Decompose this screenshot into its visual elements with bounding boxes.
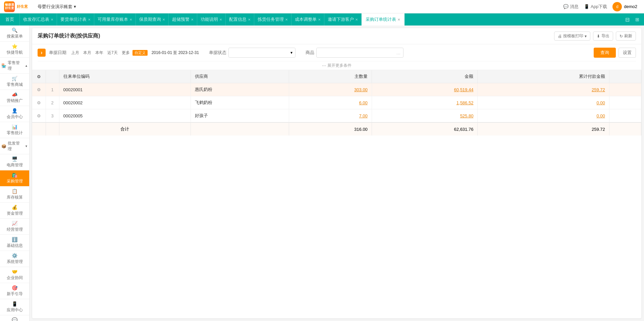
- sidebar-item-finance[interactable]: 💰 资金管理: [0, 203, 29, 219]
- col-gear-header: ⚙: [32, 70, 46, 83]
- message-btn[interactable]: 💬 消息: [563, 4, 579, 10]
- sidebar-item-quicknav[interactable]: ⭐ 快捷导航: [0, 42, 29, 58]
- table-row: ⚙ 2 00020002 飞鹤奶粉 6.00 1,586.52: [32, 96, 641, 109]
- sidebar-item-collab[interactable]: 🤝 企业协同: [0, 267, 29, 283]
- row3-amount: 525.80: [372, 109, 478, 123]
- status-select[interactable]: ▾: [228, 48, 296, 58]
- export-icon: ⬇: [597, 34, 600, 39]
- message-label: 消息: [570, 4, 579, 10]
- tab-3-close[interactable]: ✕: [129, 18, 132, 21]
- sidebar-item-inventory[interactable]: 📋 库存核算: [0, 186, 29, 203]
- tab-5-close[interactable]: ✕: [191, 18, 194, 21]
- row3-amount-link[interactable]: 525.80: [460, 113, 474, 118]
- row2-qty-link[interactable]: 6.00: [359, 100, 368, 105]
- expand-more-btn[interactable]: ⋯ 展开更多条件: [38, 61, 636, 70]
- footer-index: [46, 122, 59, 136]
- sidebar-item-guide[interactable]: 🎯 新手引导: [0, 283, 29, 299]
- btn-template-print[interactable]: 🖨 按模板打印 ▾: [554, 32, 590, 41]
- user-area[interactable]: d demo2: [612, 2, 637, 11]
- sidebar-item-basics[interactable]: ℹ️ 基础信息: [0, 235, 29, 251]
- row1-qty-link[interactable]: 303.00: [354, 87, 368, 92]
- row1-gear-icon[interactable]: ⚙: [37, 87, 41, 92]
- avatar: d: [612, 2, 622, 11]
- btn-query[interactable]: 查询: [594, 48, 616, 58]
- sidebar-item-retail-stats[interactable]: 📊 零售统计: [0, 122, 29, 138]
- btn-export[interactable]: ⬇ 导出: [593, 32, 613, 41]
- row2-paid-link[interactable]: 0.00: [596, 100, 605, 105]
- shortcut-this-year[interactable]: 本年: [94, 49, 105, 56]
- tab-6[interactable]: 功能说明 ✕: [197, 13, 226, 25]
- tab-9[interactable]: 成本调整单 ✕: [291, 13, 324, 25]
- col-code-header: 往来单位编码: [59, 70, 191, 83]
- tab-10[interactable]: 邀请下游客户 ✕: [324, 13, 362, 25]
- refresh-icon: ↻: [620, 34, 623, 39]
- footer-supplier: [191, 122, 289, 136]
- app-download-btn[interactable]: 📱 App下载: [584, 4, 607, 10]
- sidebar-item-member[interactable]: 👤 会员中心: [0, 106, 29, 122]
- sidebar-item-retail-mgmt[interactable]: 🏪 零售管理 ▲: [0, 58, 29, 74]
- template-arrow-icon: ▾: [585, 34, 587, 39]
- tab-home[interactable]: 首页: [0, 13, 20, 25]
- row2-gear: ⚙: [32, 96, 46, 109]
- tab-5[interactable]: 超储预警 ✕: [169, 13, 197, 25]
- sidebar-item-ecommerce[interactable]: 🖥️ 电商管理: [0, 154, 29, 170]
- sidebar-item-marketing[interactable]: 📣 营销推广: [0, 90, 29, 106]
- sidebar-item-wholesale[interactable]: 📦 批发管理 ▼: [0, 138, 29, 154]
- tab-2-close[interactable]: ✕: [88, 18, 91, 21]
- tab-minimize-btn[interactable]: ⊟: [623, 15, 632, 24]
- tab-10-close[interactable]: ✕: [355, 18, 358, 21]
- tab-maximize-btn[interactable]: ⊞: [633, 15, 642, 24]
- inner-page: 采购订单统计表(按供应商) 🖨 按模板打印 ▾ ⬇ 导出 ↻ 刷新: [32, 28, 641, 318]
- tab-active-close[interactable]: ✕: [397, 18, 400, 21]
- row1-qty: 303.00: [289, 83, 372, 96]
- row3-paid-link[interactable]: 0.00: [596, 113, 605, 118]
- search-icon: 🔍: [12, 28, 17, 33]
- sidebar-item-operations[interactable]: 📈 经营管理: [0, 219, 29, 235]
- shortcut-last-month[interactable]: 上月: [70, 49, 80, 56]
- sidebar-item-system[interactable]: ⚙️ 系统管理: [0, 251, 29, 267]
- member-icon: 👤: [12, 108, 17, 113]
- tab-4[interactable]: 保质期查询 ✕: [136, 13, 169, 25]
- tab-1[interactable]: 收发存汇总表 ✕: [20, 13, 57, 25]
- btn-refresh[interactable]: ↻ 刷新: [616, 32, 636, 41]
- monitor-icon: 🖥️: [12, 156, 17, 162]
- megaphone-icon: 📣: [12, 92, 17, 97]
- expand-icon: ⋯: [322, 63, 326, 68]
- shortcut-7days[interactable]: 近7天: [106, 49, 119, 56]
- shortcut-more[interactable]: 更多: [120, 49, 131, 56]
- tab-7-close[interactable]: ✕: [248, 18, 251, 21]
- star-icon: ⭐: [12, 44, 17, 49]
- shortcut-this-month[interactable]: 本月: [82, 49, 93, 56]
- tab-7[interactable]: 配置信息 ✕: [226, 13, 254, 25]
- tab-8-close[interactable]: ✕: [285, 18, 288, 21]
- row3-qty-link[interactable]: 7.00: [359, 113, 368, 118]
- tab-1-close[interactable]: ✕: [51, 18, 53, 21]
- tab-9-close[interactable]: ✕: [318, 18, 321, 21]
- tab-3[interactable]: 可用量库存账本 ✕: [94, 13, 136, 25]
- sidebar-item-search[interactable]: 🔍 搜索菜单: [0, 25, 29, 42]
- row1-paid-link[interactable]: 259.72: [592, 87, 605, 92]
- sidebar-item-appcenter[interactable]: 📱 应用中心: [0, 299, 29, 315]
- tab-8[interactable]: 拣货任务管理 ✕: [254, 13, 291, 25]
- tab-4-close[interactable]: ✕: [162, 18, 165, 21]
- collab-icon: 🤝: [12, 269, 17, 274]
- row3-gear-icon[interactable]: ⚙: [37, 113, 41, 118]
- tab-6-close[interactable]: ✕: [219, 18, 222, 21]
- filter-toggle-btn[interactable]: ›: [38, 49, 46, 57]
- btn-settings[interactable]: 设置: [619, 48, 636, 58]
- tab-active[interactable]: 采购订单统计表 ✕: [362, 13, 405, 25]
- sidebar-item-wechat[interactable]: 💬 企业微信: [0, 315, 29, 321]
- sidebar-item-purchase[interactable]: 🛍️ 采购管理: [0, 170, 29, 186]
- gear-sidebar-icon: ⚙️: [12, 253, 17, 258]
- row1-amount-link[interactable]: 60,519.44: [454, 87, 474, 92]
- sidebar-item-retail-mall[interactable]: 🛒 零售商城: [0, 74, 29, 90]
- workspace-dropdown[interactable]: 母婴行业演示账套 ▾: [34, 4, 80, 10]
- data-table: ⚙ 往来单位编码 供应商 主数量 金额 累计付款金额: [32, 70, 641, 136]
- row2-gear-icon[interactable]: ⚙: [37, 100, 41, 105]
- row2-amount-link[interactable]: 1,586.52: [457, 100, 474, 105]
- footer-label: 合计: [59, 122, 191, 136]
- goods-input[interactable]: …: [316, 48, 404, 58]
- row1-extra: [609, 83, 641, 96]
- expand2-icon: ▼: [25, 145, 28, 148]
- tab-2[interactable]: 要货单统计表 ✕: [57, 13, 94, 25]
